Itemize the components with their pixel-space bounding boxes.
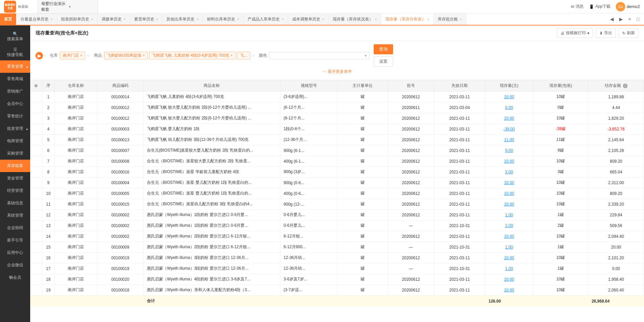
tab-allocation[interactable]: 调拨单历史 ×: [98, 13, 130, 25]
table-footer-row: 合计 126.00 26,968.64: [30, 296, 644, 307]
sidebar-item-retail-mgmt[interactable]: 零售管理 ▸: [0, 60, 30, 73]
tab-disassemble[interactable]: 组装拆卸单历史 ×: [57, 13, 98, 25]
product-filter-tags: 飞鹤奶粉3段两提装 × 飞鹤星飞帆 儿童奶粉 4段(3-6岁适用) 700克 ×…: [104, 52, 255, 59]
table-container[interactable]: ⚙ 序 仓库名称 商品编码 商品名称 规格型号 主计量单位 批号 失效日期 现存…: [30, 80, 644, 322]
tab-prev-btn[interactable]: ◀: [608, 16, 616, 22]
color-input-field[interactable]: [272, 53, 363, 58]
sidebar-item-member[interactable]: 会员中心: [0, 98, 30, 110]
sidebar-item-finance[interactable]: 资金管理: [0, 172, 30, 184]
table-row: 10 南岸门店 00100005 合生元（BIOSTIME）派星 婴儿配方奶粉 …: [30, 188, 644, 199]
close-icon[interactable]: ×: [237, 17, 239, 21]
balance-info-icon[interactable]: i: [623, 84, 628, 88]
expand-icon: ⋯: [322, 69, 326, 74]
remove-product-tag-2-btn[interactable]: ×: [230, 54, 232, 57]
table-row: 17 南岸门店 00100019 惠氏启蒙（Wyeth illuma）3段奶粉 …: [30, 263, 644, 274]
warehouse-selector[interactable]: 母婴行业演示账套 ▾: [38, 0, 98, 14]
sidebar-item-enterprise-wechat[interactable]: 企业微信: [0, 259, 30, 271]
chevron-right-icon: ▸: [26, 65, 28, 68]
sidebar-item-inventory-check[interactable]: 库存核算: [0, 160, 30, 172]
tab-inventory-distribution[interactable]: 现存量（库存分布表） ×: [381, 13, 434, 25]
sidebar-item-new-guide[interactable]: 新手引导: [0, 234, 30, 247]
collapse-toggle-btn[interactable]: ▶: [36, 52, 43, 59]
col-unit: 主计量单位: [337, 80, 388, 92]
close-icon[interactable]: ×: [124, 17, 126, 21]
product-tag-1: 飞鹤奶粉3段两提装 ×: [104, 52, 148, 59]
sidebar-item-enterprise-collab[interactable]: 企业协同: [0, 222, 30, 234]
col-product-code: 商品编码: [97, 80, 144, 92]
export-btn[interactable]: ⬇ 导出: [596, 28, 616, 38]
chevron-down-icon: ▾: [365, 53, 367, 58]
sidebar-item-system[interactable]: 系统管理: [0, 209, 30, 222]
col-settings[interactable]: ⚙: [30, 80, 42, 92]
col-balance: 结存金额 i: [588, 80, 644, 92]
sidebar-item-member-plus[interactable]: 畅会员: [0, 271, 30, 284]
nav-icon: ☰: [7, 47, 23, 52]
sidebar-search[interactable]: 🔍 搜索菜单: [7, 29, 23, 45]
filter-row: ▶ 仓库 南岸门店 × ··· 商品 飞鹤奶粉3段两提: [36, 44, 639, 67]
product-more-btn[interactable]: ···: [252, 53, 255, 58]
sidebar-quick-nav[interactable]: ☰ 快捷导航: [7, 45, 23, 60]
close-icon[interactable]: ×: [51, 17, 53, 21]
tab-requisition[interactable]: 要货单历史 ×: [130, 13, 163, 25]
message-btn[interactable]: ✉ 消息: [571, 4, 584, 9]
close-icon[interactable]: ×: [282, 17, 284, 21]
tab-split-check[interactable]: 分量盘点单历史 ×: [16, 13, 57, 25]
warehouse-tag-nananchuan: 南岸门店 ×: [60, 52, 85, 59]
remove-warehouse-tag-btn[interactable]: ×: [80, 54, 82, 57]
sidebar-item-app-center[interactable]: 应用中心: [0, 247, 30, 259]
template-print-btn[interactable]: 🖨 按模板打印 ▾: [557, 28, 593, 38]
col-expire: 失效日期: [434, 80, 485, 92]
close-icon[interactable]: ×: [156, 17, 158, 21]
table-row: 15 南岸门店 00100009 惠氏启蒙（Wyeth illuma）2段奶粉 …: [30, 242, 644, 253]
close-icon[interactable]: ×: [460, 17, 462, 21]
inventory-table: ⚙ 序 仓库名称 商品编码 商品名称 规格型号 主计量单位 批号 失效日期 现存…: [30, 80, 644, 307]
warehouse-more-btn[interactable]: ···: [87, 53, 90, 58]
tab-material-outbound[interactable]: 材料出库单历史 ×: [203, 13, 244, 25]
table-row: 9 南岸门店 00100004 合生元（BIOSTIME）派星 婴儿配方奶粉 1…: [30, 177, 644, 188]
app-download-btn[interactable]: 📱 App下载: [589, 4, 610, 9]
close-icon[interactable]: ×: [197, 17, 199, 21]
color-filter-input[interactable]: ▾: [269, 52, 370, 59]
sidebar-item-wholesale[interactable]: 批发管理 ▸: [0, 122, 30, 135]
remove-product-tag-1-btn[interactable]: ×: [143, 54, 145, 57]
tab-home[interactable]: 首页: [0, 13, 16, 25]
message-icon: ✉: [571, 4, 574, 9]
query-btn[interactable]: 查询: [374, 44, 393, 54]
footer-label: 合计: [144, 296, 280, 307]
tab-batch-voucher[interactable]: 库存批次账 ×: [434, 13, 466, 25]
sidebar-item-marketing[interactable]: 营销推广: [0, 85, 30, 98]
tab-other-outbound[interactable]: 其他出库单历史 ×: [162, 13, 203, 25]
tab-product-inbound[interactable]: 产成品入库单历史 ×: [244, 13, 288, 25]
close-icon[interactable]: ×: [322, 17, 324, 21]
tab-maximize-btn[interactable]: □: [635, 16, 641, 22]
table-row: 3 南岸门店 00100012 飞鹤星飞帆 较大婴儿配方奶粉 2段(6-12个月…: [30, 113, 644, 124]
close-icon[interactable]: ×: [375, 17, 377, 21]
product-tag-more[interactable]: 飞...: [237, 52, 250, 59]
header-actions: 🖨 按模板打印 ▾ ⬇ 导出 ↻ 刷新: [557, 28, 639, 38]
printer-icon: 🖨: [560, 31, 565, 36]
footer-total-qty: 126.00: [485, 296, 533, 307]
tab-inventory-status[interactable]: 现存量（库存状况表） ×: [329, 13, 381, 25]
tab-next-btn[interactable]: ▶: [617, 16, 625, 22]
table-row: 5 南岸门店 00100013 飞鹤星飞帆 幼儿配方奶粉 3段(12-36个月幼…: [30, 135, 644, 145]
tab-cost-adjust[interactable]: 成本调整单历史 ×: [288, 13, 329, 25]
expand-more-btn[interactable]: ⋯ 展开更多条件: [36, 67, 639, 76]
sidebar-item-ecommerce[interactable]: 电商管理: [0, 135, 30, 147]
tab-close-all-btn[interactable]: ×: [626, 16, 633, 22]
sidebar-item-purchase[interactable]: 采购管理: [0, 147, 30, 160]
page-header: 现存量查询(按仓库+批次) 🖨 按模板打印 ▾ ⬇ 导出 ↻ 刷新: [30, 25, 644, 41]
table-footer: 合计 126.00 26,968.64: [30, 296, 644, 307]
sidebar-item-basic-info[interactable]: 基础信息: [0, 197, 30, 209]
sidebar-item-retail-shop[interactable]: 零售商城: [0, 73, 30, 85]
table-row: 16 南岸门店 00100019 惠氏启蒙（Wyeth illuma）3段奶粉 …: [30, 253, 644, 263]
user-area[interactable]: Ea demo2: [616, 2, 640, 11]
sidebar-item-operations[interactable]: 经营管理: [0, 184, 30, 197]
table-row: 1 南岸门店 00100014 飞鹤星飞帆 儿童奶粉 4段(3-6岁适用) 70…: [30, 92, 644, 102]
close-icon[interactable]: ×: [91, 17, 93, 21]
sidebar-item-retail-stats[interactable]: 零售统计: [0, 110, 30, 122]
refresh-btn[interactable]: ↻ 刷新: [619, 28, 639, 38]
sidebar: 🔍 搜索菜单 ☰ 快捷导航 零售管理 ▸ 零售商城 营销推广 会员中心 零售统计…: [0, 25, 30, 322]
col-qty-main: 现存量(主): [485, 80, 533, 92]
close-icon[interactable]: ×: [428, 17, 430, 21]
settings-btn[interactable]: 设置: [374, 56, 393, 67]
